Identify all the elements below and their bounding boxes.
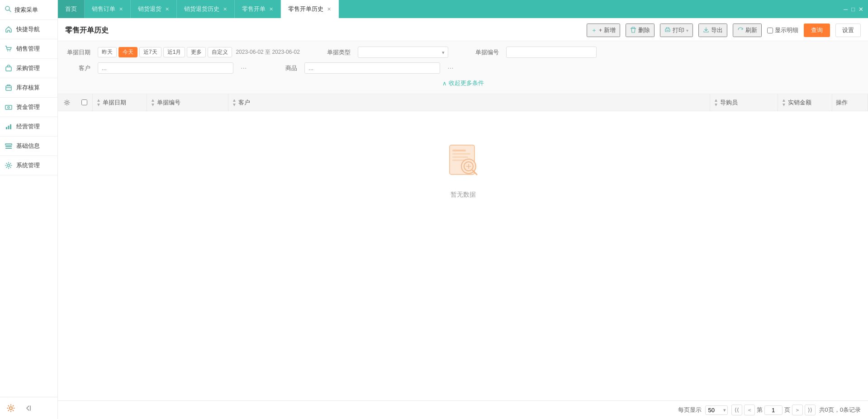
date-btn-yesterday[interactable]: 昨天 xyxy=(98,47,117,57)
tab-sales-return[interactable]: 销货退货 ✕ xyxy=(131,0,177,18)
tab-sales-return-history-close[interactable]: ✕ xyxy=(223,6,227,12)
last-page-btn[interactable]: ⟩⟩ xyxy=(805,405,816,415)
sidebar-item-operation[interactable]: 经营管理 xyxy=(0,117,57,137)
sidebar-item-label: 快捷导航 xyxy=(16,25,40,33)
sidebar-item-label: 经营管理 xyxy=(16,122,40,131)
window-minimize-btn[interactable]: ─ xyxy=(844,6,848,13)
sidebar-item-inventory[interactable]: 库存核算 xyxy=(0,78,57,98)
type-select[interactable] xyxy=(358,47,448,58)
collapse-btn[interactable]: ∧ 收起更多条件 xyxy=(439,78,488,88)
export-icon xyxy=(703,27,709,34)
table-header: ▲▼ 单据日期 ▲▼ 单据编号 ▲▼ 客户 ▲▼ 导购员 ▲▼ 实销金额 xyxy=(58,94,868,111)
th-amount[interactable]: ▲▼ 实销金额 xyxy=(778,94,832,111)
date-btn-1month[interactable]: 近1月 xyxy=(163,47,185,57)
goods-input[interactable] xyxy=(304,62,440,74)
search-icon xyxy=(5,5,12,14)
tab-sales-return-history[interactable]: 销货退货历史 ✕ xyxy=(177,0,235,18)
date-btn-more[interactable]: 更多 xyxy=(187,47,206,57)
th-guide[interactable]: ▲▼ 导购员 xyxy=(710,94,778,111)
sidebar-item-finance[interactable]: 资金管理 xyxy=(0,98,57,117)
svg-point-21 xyxy=(66,101,68,104)
goods-more-icon[interactable]: ··· xyxy=(447,64,453,72)
sidebar-item-quick-nav[interactable]: 快捷导航 xyxy=(0,20,57,39)
sort-num-icon[interactable]: ▲▼ xyxy=(151,98,155,107)
th-settings[interactable] xyxy=(58,99,76,106)
refresh-icon xyxy=(737,27,744,34)
th-date[interactable]: ▲▼ 单据日期 xyxy=(92,94,147,111)
svg-rect-5 xyxy=(6,86,11,90)
sidebar-bottom xyxy=(0,397,57,419)
svg-rect-14 xyxy=(5,148,12,149)
sidebar: 搜索采单 快捷导航 销售管理 采购管理 xyxy=(0,0,58,419)
tab-home[interactable]: 首页 xyxy=(58,0,85,18)
select-all-checkbox[interactable] xyxy=(81,99,87,105)
per-page-label: 每页显示 xyxy=(678,406,702,414)
num-input[interactable] xyxy=(506,47,597,58)
sort-date-icon[interactable]: ▲▼ xyxy=(96,98,101,107)
date-btn-7days[interactable]: 近7天 xyxy=(139,47,161,57)
sort-guide-icon[interactable]: ▲▼ xyxy=(714,98,718,107)
collapse-sidebar-btn[interactable] xyxy=(22,402,34,414)
th-num[interactable]: ▲▼ 单据编号 xyxy=(147,94,228,111)
tab-sales-order[interactable]: 销售订单 ✕ xyxy=(85,0,131,18)
sidebar-item-purchase-mgmt[interactable]: 采购管理 xyxy=(0,59,57,78)
page-nav: ⟨⟨ ＜ 第 页 ＞ ⟩⟩ xyxy=(731,405,816,415)
sidebar-item-label: 基础信息 xyxy=(16,142,40,150)
show-detail-input[interactable] xyxy=(767,28,773,33)
date-quick-btns: 昨天 今天 近7天 近1月 更多 自定义 2023-06-02 至 2023-0… xyxy=(98,47,300,57)
per-page-select[interactable]: 10 20 50 100 xyxy=(705,405,728,415)
tab-retail-history[interactable]: 零售开单历史 ✕ xyxy=(281,0,339,18)
svg-rect-18 xyxy=(631,28,636,29)
client-more-icon[interactable]: ··· xyxy=(241,64,247,72)
export-button[interactable]: 导出 xyxy=(698,24,727,37)
tab-sales-order-label: 销售订单 xyxy=(92,5,115,13)
show-detail-checkbox[interactable]: 显示明细 xyxy=(767,26,798,34)
tab-retail-open-label: 零售开单 xyxy=(242,5,266,13)
th-action: 操作 xyxy=(832,94,868,111)
client-input[interactable] xyxy=(98,62,233,74)
settings-bottom-btn[interactable] xyxy=(5,402,17,414)
tab-bar-right: ─ □ ✕ xyxy=(844,6,868,13)
tab-sales-return-close[interactable]: ✕ xyxy=(165,6,169,12)
add-button[interactable]: ＋ + 新增 xyxy=(587,24,620,37)
query-button[interactable]: 查询 xyxy=(804,24,830,37)
tab-retail-history-close[interactable]: ✕ xyxy=(327,6,331,12)
sort-amount-icon[interactable]: ▲▼ xyxy=(782,98,786,107)
collapse-up-icon: ∧ xyxy=(442,80,447,87)
window-close-btn[interactable]: ✕ xyxy=(859,6,863,13)
date-btn-today[interactable]: 今天 xyxy=(119,47,138,57)
sidebar-item-label: 资金管理 xyxy=(16,103,40,111)
svg-rect-23 xyxy=(452,150,466,151)
sort-client-icon[interactable]: ▲▼ xyxy=(232,98,237,107)
date-btn-custom[interactable]: 自定义 xyxy=(208,47,232,57)
settings-button[interactable]: 设置 xyxy=(835,24,861,37)
sidebar-item-sales-mgmt[interactable]: 销售管理 xyxy=(0,39,57,59)
page-of: 页 xyxy=(784,406,790,414)
svg-rect-13 xyxy=(5,146,12,147)
table-area: ▲▼ 单据日期 ▲▼ 单据编号 ▲▼ 客户 ▲▼ 导购员 ▲▼ 实销金额 xyxy=(58,94,868,400)
svg-rect-7 xyxy=(5,105,12,109)
sidebar-item-label: 系统管理 xyxy=(16,161,40,169)
sidebar-item-label: 销售管理 xyxy=(16,45,40,53)
svg-rect-10 xyxy=(8,126,9,129)
delete-button[interactable]: 删除 xyxy=(626,24,655,37)
sidebar-item-sys-mgmt[interactable]: 系统管理 xyxy=(0,156,57,175)
collapse-row: ∧ 收起更多条件 xyxy=(65,78,861,88)
th-client[interactable]: ▲▼ 客户 xyxy=(228,94,710,111)
prev-page-btn[interactable]: ＜ xyxy=(744,405,755,415)
tab-retail-open-close[interactable]: ✕ xyxy=(269,6,273,12)
refresh-button[interactable]: 刷新 xyxy=(733,24,762,37)
th-checkbox[interactable] xyxy=(76,99,92,105)
tab-sales-order-close[interactable]: ✕ xyxy=(119,6,123,12)
tab-retail-open[interactable]: 零售开单 ✕ xyxy=(235,0,281,18)
money-icon xyxy=(5,103,13,111)
sidebar-item-basic-info[interactable]: 基础信息 xyxy=(0,137,57,156)
next-page-btn[interactable]: ＞ xyxy=(792,405,803,415)
goods-filter-label: 商品 xyxy=(272,64,297,72)
date-filter-label: 单据日期 xyxy=(65,48,90,56)
page-input[interactable] xyxy=(764,405,783,415)
window-maximize-btn[interactable]: □ xyxy=(851,6,855,13)
first-page-btn[interactable]: ⟨⟨ xyxy=(731,405,742,415)
sidebar-search[interactable]: 搜索采单 xyxy=(0,0,57,20)
print-button[interactable]: 打印 ▾ xyxy=(660,24,693,37)
